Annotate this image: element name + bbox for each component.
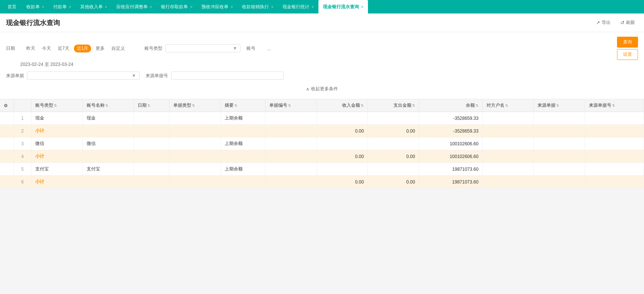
nav-tab-cash-bank-flow[interactable]: 现金银行流水查询× [318, 0, 368, 13]
cell-income: 0.00 [317, 125, 368, 137]
sort-icon-acct_type[interactable]: ⇅ [54, 104, 57, 107]
nav-tab-close-ap-adjust[interactable]: × [150, 5, 152, 9]
nav-tab-ap-adjust[interactable]: 应收应付调整单× [112, 0, 157, 13]
nav-tab-label: 收款核销执行 [242, 4, 269, 10]
sort-icon-summary[interactable]: ⇅ [234, 104, 237, 107]
col-header-acct_name: 账号名称⇅ [83, 99, 134, 112]
sort-icon-expense[interactable]: ⇅ [412, 104, 415, 107]
source-doc-label: 来源单据 [6, 73, 24, 79]
col-header-gear[interactable]: ⚙ [0, 99, 14, 112]
cell-summary: 上期余额 [221, 112, 265, 125]
top-nav: 首页 收款单×付款单×其他收入单×应收应付调整单×银行存取款单×预收冲应收单×收… [0, 0, 644, 13]
sort-icon-source_doc[interactable]: ⇅ [556, 104, 559, 107]
nav-tab-cash-bank-stat[interactable]: 现金银行统计× [278, 0, 318, 13]
query-button[interactable]: 查询 [617, 37, 638, 48]
source-doc-dropdown[interactable]: ▼ [27, 72, 140, 80]
cell-source_no [585, 176, 644, 188]
date-range-display: 2023-02-24 至 2023-03-24 [20, 62, 73, 67]
cell-acct_name: 微信 [83, 137, 134, 150]
cell-acct_type: 小计 [32, 150, 83, 163]
cell-source_no [585, 112, 644, 125]
sort-icon-date[interactable]: ⇅ [147, 104, 150, 107]
nav-tab-close-receipt[interactable]: × [42, 5, 44, 9]
date-filter-group: 日期 昨天今天近7天近1月更多自定义 [6, 45, 127, 52]
gear-settings-icon[interactable]: ⚙ [4, 103, 8, 108]
source-doc-no-input[interactable] [171, 72, 284, 80]
nav-tab-label: 现金银行统计 [282, 4, 309, 10]
acct-no-dots[interactable]: ... [264, 45, 273, 52]
col-label-doc_no: 单据编号 [269, 103, 287, 108]
col-label-source_doc: 来源单据 [537, 103, 555, 108]
cell-acct_type: 小计 [32, 125, 83, 137]
date-options: 昨天今天近7天近1月更多自定义 [24, 45, 127, 52]
nav-tab-close-cash-bank-stat[interactable]: × [312, 5, 314, 9]
date-opt-更多[interactable]: 更多 [93, 45, 107, 52]
col-header-source_no: 来源单据号⇅ [585, 99, 644, 112]
collapse-more-btn[interactable]: ∧ 收起更多条件 [6, 84, 638, 94]
sort-icon-income[interactable]: ⇅ [361, 104, 364, 107]
sort-icon-source_no[interactable]: ⇅ [612, 104, 615, 107]
sort-icon-balance[interactable]: ⇅ [476, 104, 479, 107]
cell-summary: 上期余额 [221, 137, 265, 150]
cell-date [134, 125, 170, 137]
acct-type-dropdown[interactable]: ▼ [165, 44, 240, 52]
cell-date [134, 163, 170, 176]
sort-icon-acct_name[interactable]: ⇅ [105, 104, 108, 107]
row-number: 3 [14, 137, 32, 150]
cell-counterparty [482, 137, 534, 150]
settings-button[interactable]: 设置 [617, 49, 638, 60]
page-header: 现金银行流水查询 ↗ 导出 ↺ 刷新 [0, 13, 644, 32]
row-gear-cell [0, 176, 14, 188]
cell-date [134, 176, 170, 188]
cell-acct_name [83, 176, 134, 188]
date-opt-近1月[interactable]: 近1月 [74, 45, 92, 52]
nav-tab-close-payment[interactable]: × [69, 5, 71, 9]
nav-tab-payment[interactable]: 付款单× [49, 0, 76, 13]
nav-tab-close-bank-deposit[interactable]: × [190, 5, 192, 9]
action-buttons: 查询 设置 [617, 37, 638, 60]
cell-summary [221, 150, 265, 163]
acct-no-label: 账号 [246, 45, 261, 52]
export-button[interactable]: ↗ 导出 [593, 18, 614, 27]
header-actions: ↗ 导出 ↺ 刷新 [593, 18, 638, 27]
source-doc-no-field[interactable] [174, 73, 280, 78]
nav-tab-close-other-income[interactable]: × [105, 5, 107, 9]
sort-icon-doc_type[interactable]: ⇅ [192, 104, 195, 107]
nav-tab-close-prepay-offset[interactable]: × [231, 5, 233, 9]
row-number: 1 [14, 112, 32, 125]
refresh-button[interactable]: ↺ 刷新 [617, 18, 638, 27]
col-label-counterparty: 对方户名 [486, 103, 504, 108]
nav-tab-close-collect-exec[interactable]: × [271, 5, 273, 9]
cell-acct_type: 现金 [32, 112, 83, 125]
acct-type-arrow: ▼ [233, 46, 237, 51]
date-opt-近7天[interactable]: 近7天 [56, 45, 72, 52]
cell-expense [368, 137, 419, 150]
sort-icon-counterparty[interactable]: ⇅ [505, 104, 508, 107]
nav-tab-bank-deposit[interactable]: 银行存取款单× [156, 0, 197, 13]
cell-income [317, 137, 368, 150]
nav-tab-other-income[interactable]: 其他收入单× [76, 0, 112, 13]
nav-tab-prepay-offset[interactable]: 预收冲应收单× [197, 0, 237, 13]
row-gear-cell [0, 137, 14, 150]
date-opt-自定义[interactable]: 自定义 [109, 45, 127, 52]
cell-doc_type [170, 150, 221, 163]
cell-income: 0.00 [317, 176, 368, 188]
col-header-expense: 支出金额⇅ [368, 99, 419, 112]
source-doc-arrow: ▼ [132, 73, 136, 78]
nav-tab-close-cash-bank-flow[interactable]: × [361, 5, 363, 9]
row-gear-cell [0, 112, 14, 125]
acct-type-filter: 账号类型 ▼ [144, 44, 240, 52]
sort-icon-doc_no[interactable]: ⇅ [288, 104, 291, 107]
table-container: ⚙账号类型⇅账号名称⇅日期⇅单据类型⇅摘要⇅单据编号⇅收入金额⇅支出金额⇅余额⇅… [0, 99, 644, 188]
cell-source_doc [534, 112, 585, 125]
cell-expense: 0.00 [368, 125, 419, 137]
source-doc-no-filter: 来源单据号 [146, 72, 284, 80]
data-table: ⚙账号类型⇅账号名称⇅日期⇅单据类型⇅摘要⇅单据编号⇅收入金额⇅支出金额⇅余额⇅… [0, 99, 644, 188]
nav-tab-receipt[interactable]: 收款单× [22, 0, 49, 13]
date-opt-昨天[interactable]: 昨天 [24, 45, 38, 52]
nav-tab-collect-exec[interactable]: 收款核销执行× [237, 0, 278, 13]
table-row: 5支付宝支付宝上期余额19871073.60 [0, 163, 644, 176]
date-opt-今天[interactable]: 今天 [40, 45, 53, 52]
nav-home[interactable]: 首页 [3, 2, 21, 12]
cell-counterparty [482, 150, 534, 163]
